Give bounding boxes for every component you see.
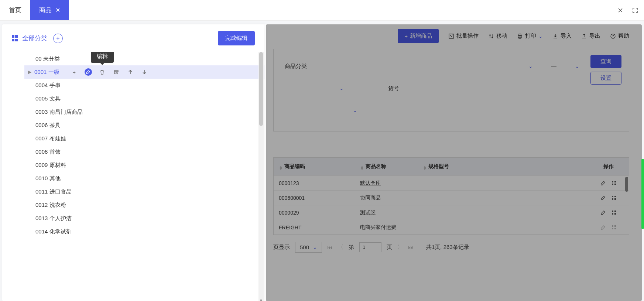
category-item-label: 0014 化学试剂 [35, 228, 72, 235]
category-item-label: 0004 手串 [35, 82, 61, 89]
category-item-label: 0006 茶具 [35, 122, 61, 129]
category-item[interactable]: 0005 文具 [24, 92, 264, 105]
finish-edit-button[interactable]: 完成编辑 [218, 31, 255, 45]
modal-overlay[interactable] [266, 24, 642, 301]
category-item[interactable]: 0014 化学试剂 [24, 225, 264, 238]
category-item[interactable]: 0012 洗衣粉 [24, 198, 264, 212]
category-title[interactable]: 全部分类 [12, 34, 47, 42]
tab-product-label: 商品 [39, 6, 52, 14]
category-item-label: 0008 首饰 [35, 148, 61, 155]
category-item-label: 0007 布娃娃 [35, 135, 66, 142]
category-item-label: 0012 洗衣粉 [35, 202, 66, 209]
category-item[interactable]: 0008 首饰 [24, 145, 264, 158]
add-child-icon[interactable]: + [71, 68, 78, 76]
category-item[interactable]: 00 未分类 [24, 52, 264, 65]
category-item-label: 0010 其他 [35, 175, 61, 182]
fullscreen-icon[interactable] [629, 4, 641, 16]
category-item-label: 0001 一级 [34, 69, 59, 76]
category-item[interactable]: 0007 布娃娃 [24, 132, 264, 145]
scrollbar-thumb[interactable] [259, 52, 263, 126]
add-category-button[interactable]: + [53, 34, 63, 43]
close-icon[interactable]: ✕ [55, 7, 60, 14]
tab-product[interactable]: 商品 ✕ [30, 0, 69, 20]
category-item[interactable]: 0003 南昌门店商品 [24, 105, 264, 119]
grid-icon [12, 35, 18, 42]
category-item[interactable]: ▶0001 一级+ [24, 65, 264, 79]
move-down-icon[interactable] [141, 68, 148, 76]
category-editor-panel: 全部分类 + 完成编辑 编辑 00 未分类▶0001 一级+0004 手串000… [2, 24, 264, 301]
tab-home-label: 首页 [9, 6, 21, 14]
svg-rect-21 [114, 71, 118, 72]
category-item[interactable]: 0013 个人护洁 [24, 212, 264, 225]
category-item[interactable]: 0006 茶具 [24, 119, 264, 132]
category-title-label: 全部分类 [22, 34, 47, 42]
category-item-label: 0013 个人护洁 [35, 215, 72, 222]
archive-icon[interactable] [113, 68, 120, 76]
delete-icon[interactable] [99, 68, 106, 76]
category-item-label: 0005 文具 [35, 95, 61, 102]
close-all-tabs-icon[interactable] [614, 4, 626, 16]
scroll-down-icon[interactable]: ▼ [258, 298, 264, 301]
tooltip: 编辑 [91, 52, 114, 63]
category-item[interactable]: 0004 手串 [24, 79, 264, 92]
category-item[interactable]: 0011 进口食品 [24, 185, 264, 198]
category-item-label: 0011 进口食品 [35, 188, 72, 195]
move-up-icon[interactable] [127, 68, 134, 76]
tab-home[interactable]: 首页 [0, 0, 30, 20]
category-item-label: 0009 原材料 [35, 162, 66, 169]
edit-icon[interactable] [85, 68, 92, 76]
tabs-bar: 首页 商品 ✕ [0, 0, 644, 21]
expand-icon[interactable]: ▶ [28, 69, 31, 75]
category-item[interactable]: 0009 原材料 [24, 158, 264, 172]
category-item-label: 0003 南昌门店商品 [35, 109, 83, 116]
page-scrollbar[interactable] [641, 159, 644, 229]
category-item[interactable]: 0010 其他 [24, 172, 264, 185]
category-scrollbar[interactable]: ▲ ▼ [258, 52, 264, 301]
category-item-label: 00 未分类 [35, 55, 60, 62]
